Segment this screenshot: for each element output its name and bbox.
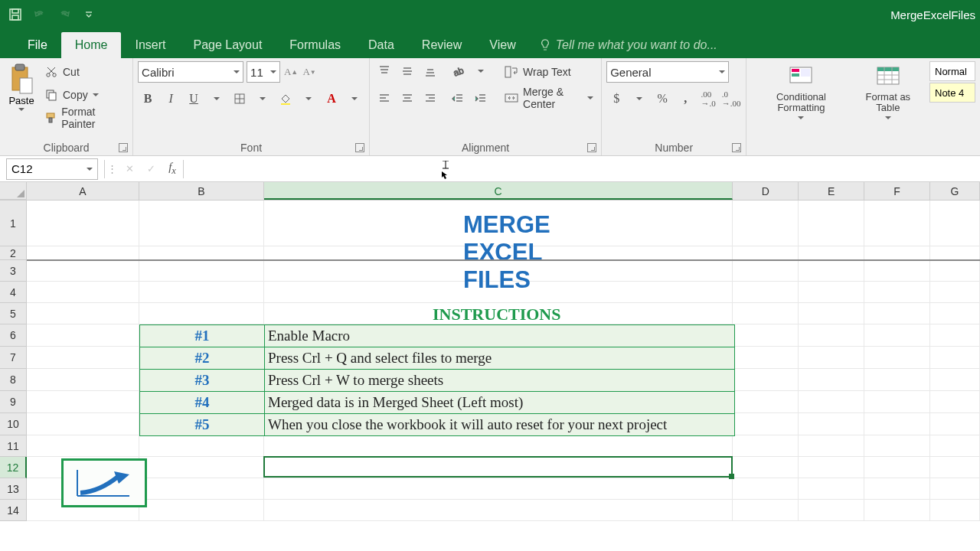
cell-B1[interactable] xyxy=(139,201,264,246)
tell-me[interactable]: Tell me what you want to do... xyxy=(530,32,727,58)
cell-G11[interactable] xyxy=(930,435,980,457)
cell-C10[interactable] xyxy=(264,413,733,435)
cell-F5[interactable] xyxy=(864,303,930,324)
row-header-9[interactable]: 9 xyxy=(0,391,27,413)
cell-D1[interactable] xyxy=(733,201,799,246)
paste-button[interactable]: Paste xyxy=(5,61,38,114)
cell-style-note[interactable]: Note 4 xyxy=(929,83,975,103)
cell-G9[interactable] xyxy=(930,391,980,413)
cell-A2[interactable] xyxy=(27,246,139,260)
cell-B8[interactable] xyxy=(139,369,264,391)
number-launcher[interactable] xyxy=(732,143,741,152)
cut-button[interactable]: Cut xyxy=(41,61,128,83)
align-center-button[interactable] xyxy=(397,89,417,109)
save-button[interactable] xyxy=(3,2,28,27)
format-as-table-button[interactable]: Format as Table xyxy=(851,61,925,122)
cell-D12[interactable] xyxy=(733,457,799,478)
row-header-3[interactable]: 3 xyxy=(0,260,27,282)
cell-D5[interactable] xyxy=(733,303,799,324)
cell-A11[interactable] xyxy=(27,435,139,457)
cell-A7[interactable] xyxy=(27,347,139,369)
cell-F13[interactable] xyxy=(864,478,930,500)
cell-G12[interactable] xyxy=(930,457,980,478)
row-header-2[interactable]: 2 xyxy=(0,246,27,260)
cell-B2[interactable] xyxy=(139,246,264,260)
cell-G6[interactable] xyxy=(930,324,980,347)
tab-review[interactable]: Review xyxy=(408,32,475,58)
cell-B3[interactable] xyxy=(139,260,264,282)
tab-formulas[interactable]: Formulas xyxy=(276,32,354,58)
cell-A10[interactable] xyxy=(27,413,139,435)
tab-insert[interactable]: Insert xyxy=(121,32,179,58)
worksheet-grid[interactable]: ABCDEFG1234567891011121314MERGE EXCEL FI… xyxy=(0,182,980,521)
cell-B14[interactable] xyxy=(139,500,264,521)
row-header-1[interactable]: 1 xyxy=(0,201,27,246)
font-color-dropdown[interactable] xyxy=(345,89,364,109)
decrease-font-button[interactable]: A▼ xyxy=(302,62,317,82)
cell-A13[interactable] xyxy=(27,478,139,500)
cell-E14[interactable] xyxy=(799,500,864,521)
cell-B7[interactable] xyxy=(139,347,264,369)
cell-A4[interactable] xyxy=(27,282,139,303)
cell-F11[interactable] xyxy=(864,435,930,457)
insert-function-button[interactable]: fx xyxy=(162,159,183,179)
cell-B5[interactable] xyxy=(139,303,264,324)
cell-A12[interactable] xyxy=(27,457,139,478)
cell-E8[interactable] xyxy=(799,369,864,391)
cell-B11[interactable] xyxy=(139,435,264,457)
cell-A14[interactable] xyxy=(27,500,139,521)
row-header-6[interactable]: 6 xyxy=(0,324,27,347)
tab-home[interactable]: Home xyxy=(61,32,122,58)
row-header-14[interactable]: 14 xyxy=(0,500,27,521)
cell-E2[interactable] xyxy=(799,246,864,260)
format-painter-button[interactable]: Format Painter xyxy=(41,107,128,129)
cell-E5[interactable] xyxy=(799,303,864,324)
align-middle-button[interactable] xyxy=(397,61,417,81)
cell-D10[interactable] xyxy=(733,413,799,435)
borders-button[interactable] xyxy=(230,89,250,109)
col-header-A[interactable]: A xyxy=(27,182,139,200)
underline-button[interactable]: U xyxy=(184,89,204,109)
cell-C3[interactable] xyxy=(264,260,733,282)
col-header-D[interactable]: D xyxy=(733,182,799,200)
tab-view[interactable]: View xyxy=(475,32,529,58)
cell-C7[interactable] xyxy=(264,347,733,369)
decrease-decimal-button[interactable]: .0→.00 xyxy=(721,89,741,109)
cell-D8[interactable] xyxy=(733,369,799,391)
cell-A8[interactable] xyxy=(27,369,139,391)
font-launcher[interactable] xyxy=(355,143,364,152)
cell-G8[interactable] xyxy=(930,369,980,391)
comma-button[interactable]: , xyxy=(675,89,695,109)
cell-D7[interactable] xyxy=(733,347,799,369)
cell-G14[interactable] xyxy=(930,500,980,521)
cell-G5[interactable] xyxy=(930,303,980,324)
fill-color-button[interactable] xyxy=(276,89,296,109)
row-header-11[interactable]: 11 xyxy=(0,435,27,457)
cell-F12[interactable] xyxy=(864,457,930,478)
cell-C5[interactable] xyxy=(264,303,733,324)
cell-F3[interactable] xyxy=(864,260,930,282)
cell-B4[interactable] xyxy=(139,282,264,303)
cell-A1[interactable] xyxy=(27,201,139,246)
qat-customize[interactable] xyxy=(77,2,101,27)
cell-E7[interactable] xyxy=(799,347,864,369)
formula-input[interactable] xyxy=(184,158,980,180)
row-header-13[interactable]: 13 xyxy=(0,478,27,500)
cell-F7[interactable] xyxy=(864,347,930,369)
copy-dropdown[interactable] xyxy=(93,92,99,98)
cell-E10[interactable] xyxy=(799,413,864,435)
cell-F8[interactable] xyxy=(864,369,930,391)
enter-formula-button[interactable]: ✓ xyxy=(140,159,162,179)
cell-D13[interactable] xyxy=(733,478,799,500)
cell-C12[interactable] xyxy=(264,457,733,478)
tab-page-layout[interactable]: Page Layout xyxy=(179,32,276,58)
cell-G7[interactable] xyxy=(930,347,980,369)
align-bottom-button[interactable] xyxy=(420,61,440,81)
font-name-combo[interactable]: Calibri xyxy=(138,61,243,83)
cell-B12[interactable] xyxy=(139,457,264,478)
cell-B9[interactable] xyxy=(139,391,264,413)
cancel-formula-button[interactable]: ✕ xyxy=(119,159,140,179)
cell-F10[interactable] xyxy=(864,413,930,435)
cell-D14[interactable] xyxy=(733,500,799,521)
accounting-dropdown[interactable] xyxy=(629,89,649,109)
